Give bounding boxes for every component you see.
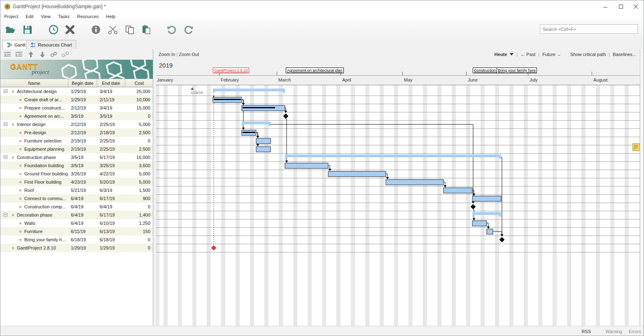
cut-icon[interactable] [107, 23, 119, 36]
table-row[interactable]: Roof5/21/196/3/191,500 [0, 186, 153, 194]
menu-help[interactable]: Help [103, 14, 119, 19]
task-bullet-icon [12, 91, 14, 93]
vertical-scrollbar[interactable] [640, 49, 644, 326]
milestone-diamond[interactable] [211, 245, 216, 250]
gantt-task-bar[interactable] [328, 171, 386, 177]
rss-button[interactable]: RSS [581, 329, 591, 334]
task-end-date: 4/22/19 [100, 170, 115, 178]
indent-icon[interactable] [15, 51, 23, 58]
menu-project[interactable]: Project [0, 14, 22, 19]
panel-splitter[interactable] [153, 49, 156, 326]
minimize-button[interactable] [599, 2, 611, 11]
table-row[interactable]: Walls6/4/196/10/191,250 [0, 219, 153, 227]
column-header-cost[interactable]: Cost [125, 79, 153, 87]
table-row[interactable]: Architectural design1/29/193/4/1925,000 [0, 87, 153, 96]
gantt-task-bar[interactable] [472, 221, 487, 226]
menu-edit[interactable]: Edit [22, 14, 37, 19]
gantt-task-bar[interactable] [386, 180, 443, 185]
copy-icon[interactable] [124, 23, 136, 36]
dependency-arrow [285, 161, 288, 163]
link-tasks-icon[interactable] [50, 51, 58, 58]
collapse-toggle[interactable] [4, 213, 7, 217]
gantt-task-bar[interactable] [285, 163, 328, 168]
note-attachment-icon[interactable] [632, 143, 639, 152]
table-row[interactable]: Interior design2/12/192/25/195,000 [0, 120, 153, 128]
table-row[interactable]: Furniture6/11/196/13/19150 [0, 227, 153, 236]
table-row[interactable]: First Floor building4/23/195/20/195,000 [0, 178, 153, 186]
summary-bar[interactable] [472, 212, 501, 215]
summary-bar-end [282, 91, 285, 94]
task-end-date: 6/4/19 [100, 203, 112, 211]
task-begin-date: 6/11/19 [71, 227, 86, 236]
outdent-icon[interactable] [4, 51, 12, 58]
table-row[interactable]: GanttProject 2.8.101/29/191/29/190 [0, 244, 153, 252]
undo-icon[interactable] [166, 23, 178, 36]
logo-project-text: project [32, 69, 49, 76]
task-bullet-icon [19, 222, 21, 224]
gantt-task-bar[interactable] [487, 229, 493, 234]
gantt-task-bar[interactable] [443, 188, 472, 193]
task-begin-date: 1/29/19 [71, 96, 86, 104]
task-properties-icon[interactable] [90, 23, 102, 36]
gantt-task-bar[interactable] [256, 147, 271, 152]
table-row[interactable]: Ground Floor building3/26/194/22/195,000 [0, 170, 153, 178]
summary-bar[interactable] [242, 121, 271, 124]
search-input[interactable] [540, 24, 638, 34]
move-up-icon[interactable] [27, 51, 35, 58]
task-bullet-icon [19, 206, 21, 208]
redo-icon[interactable] [182, 23, 195, 36]
tab-resources-chart[interactable]: Resources Chart [26, 40, 76, 49]
column-header-begin[interactable]: Begin date [68, 79, 97, 87]
move-down-icon[interactable] [38, 51, 47, 58]
task-name: Equipment planning [24, 145, 64, 153]
dependency-arrow [242, 128, 245, 130]
task-end-date: 3/5/19 [100, 112, 112, 120]
column-header-end[interactable]: End date [97, 79, 125, 87]
menu-view[interactable]: View [37, 14, 54, 19]
task-end-date: 1/29/19 [100, 244, 115, 252]
start-marker-label: 1/19/19 [191, 91, 203, 95]
unlink-tasks-icon[interactable] [61, 51, 70, 58]
clock-icon[interactable] [47, 23, 60, 36]
collapse-toggle[interactable] [4, 122, 7, 126]
warning-button[interactable]: Warning [605, 329, 622, 334]
gantt-task-bar[interactable] [256, 138, 271, 144]
table-row[interactable]: Construction comp...6/4/196/4/190 [0, 203, 153, 211]
table-row[interactable]: Foundation building3/5/193/25/193,600 [0, 161, 153, 170]
table-row[interactable]: Construction phase3/5/196/17/1916,000 [0, 153, 153, 161]
table-row[interactable]: Prepare constructi...2/12/193/4/1915,000 [0, 104, 153, 112]
errors-button[interactable]: Errors [629, 329, 641, 334]
table-row[interactable]: Equipment planning2/19/192/25/192,500 [0, 145, 153, 153]
task-bullet-icon [12, 247, 14, 249]
milestone-diamond[interactable] [471, 204, 476, 209]
menu-resources[interactable]: Resources [73, 14, 103, 19]
paste-icon[interactable] [140, 23, 152, 36]
table-row[interactable]: Create draft of ar...1/29/192/11/1910,00… [0, 96, 153, 104]
milestone-diamond[interactable] [499, 237, 504, 242]
close-button[interactable] [630, 2, 642, 11]
column-header-name[interactable]: Name [0, 79, 68, 87]
task-name: Interior design [17, 120, 46, 128]
menu-tasks[interactable]: Tasks [54, 14, 73, 19]
table-row[interactable]: Pre-design2/12/192/18/192,500 [0, 128, 153, 137]
table-row[interactable]: Bring your family h...6/18/196/18/190 [0, 236, 153, 244]
maximize-button[interactable] [615, 2, 627, 11]
task-bullet-icon [19, 107, 21, 109]
gantt-task-bar[interactable] [472, 196, 501, 201]
task-end-date: 6/13/19 [100, 227, 115, 236]
summary-bar[interactable] [285, 154, 501, 157]
delete-task-icon[interactable] [64, 23, 76, 36]
collapse-toggle[interactable] [4, 89, 7, 93]
open-project-icon[interactable] [5, 23, 17, 36]
save-project-icon[interactable] [21, 23, 34, 36]
collapse-toggle[interactable] [4, 155, 7, 159]
table-row[interactable]: Furniture selection2/19/192/25/190 [0, 137, 153, 145]
menu-bar: ProjectEditViewTasksResourcesHelp [0, 13, 644, 20]
table-row[interactable]: Decoration phase6/4/196/17/191,400 [0, 211, 153, 219]
summary-bar[interactable] [213, 89, 285, 91]
table-row[interactable]: Connect to commu...6/4/196/17/19900 [0, 194, 153, 203]
table-row[interactable]: Agreement on arc...3/5/193/5/190 [0, 112, 153, 120]
gantt-chart-icon [7, 42, 12, 47]
dependency-arrow [472, 201, 475, 203]
milestone-diamond[interactable] [283, 114, 288, 119]
